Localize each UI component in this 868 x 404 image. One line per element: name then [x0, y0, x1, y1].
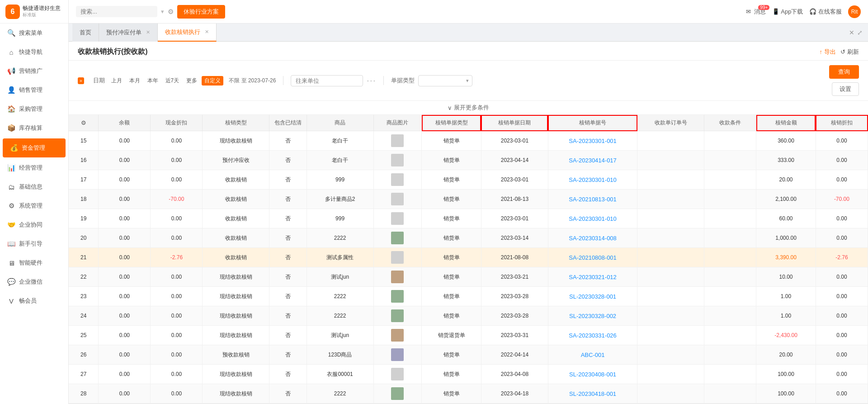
link-hxdbzh[interactable]: SA-20210808-001: [569, 254, 617, 261]
th-xjzk: 现金折扣: [151, 115, 203, 131]
cell-hxdbzrq: 2023-03-14: [481, 228, 548, 248]
sidebar-item-search[interactable]: 🔍搜索菜单: [0, 24, 68, 43]
cell-hxdbzh[interactable]: SA-20230321-012: [548, 267, 637, 287]
sidebar-item-wechat[interactable]: 💬企业微信: [0, 272, 68, 291]
cell-sp: 测试jun: [307, 267, 373, 287]
date-opt-7days[interactable]: 近7天: [163, 76, 182, 86]
topbar-settings-icon[interactable]: ⚙: [168, 8, 174, 16]
counterparty-filter: ···: [291, 75, 376, 86]
cell-sptp: [373, 306, 422, 326]
cell-hxdbzh[interactable]: SL-20230418-001: [548, 384, 637, 404]
cell-hxzk: 0.00: [816, 384, 868, 404]
cell-hxlx: 收款核销: [203, 209, 269, 228]
filter-settings-btn[interactable]: 设置: [832, 82, 859, 96]
date-opt-lastmonth[interactable]: 上月: [108, 76, 125, 86]
link-hxdbzh[interactable]: SA-20210813-001: [569, 196, 617, 203]
link-hxdbzh[interactable]: SL-20230408-001: [569, 371, 616, 378]
sidebar-item-marketing[interactable]: 📢营销推广: [0, 62, 68, 81]
sidebar-item-inventory[interactable]: 📦库存核算: [0, 119, 68, 138]
cell-hxdbzh[interactable]: SL-20230328-002: [548, 306, 637, 326]
cell-yue: 0.00: [99, 228, 151, 248]
filter-divider-1: [283, 76, 283, 85]
sidebar-item-hardware[interactable]: 🖥智能硬件: [0, 253, 68, 272]
cell-sptp: [373, 267, 422, 287]
topbar-search[interactable]: [76, 6, 157, 17]
cell-hxdbzh[interactable]: SA-20210813-001: [548, 190, 637, 209]
link-hxdbzh[interactable]: SA-20230301-001: [569, 138, 617, 144]
th-settings[interactable]: ⚙: [69, 115, 99, 131]
cell-hxdbzh[interactable]: SA-20230314-008: [548, 228, 637, 248]
app-download-btn[interactable]: 📱 App下载: [772, 8, 803, 16]
filter-expand-btn[interactable]: ∨ 展开更多条件: [69, 101, 868, 115]
date-opt-custom[interactable]: 自定义: [202, 76, 223, 86]
link-hxdbzh[interactable]: SL-20230328-001: [569, 293, 616, 300]
link-hxdbzh[interactable]: SA-20230314-008: [569, 235, 617, 242]
tab-prepay[interactable]: 预付冲应付单 ✕: [99, 24, 158, 42]
cell-xjzk: -70.00: [151, 190, 203, 209]
export-btn[interactable]: ↑ 导出: [820, 48, 836, 56]
link-hxdbzh[interactable]: SA-20230414-017: [569, 157, 617, 164]
sidebar-label-wechat: 企业微信: [19, 278, 42, 286]
link-hxdbzh[interactable]: SA-20230321-012: [569, 274, 617, 280]
cell-hxdbzh[interactable]: SL-20230408-001: [548, 365, 637, 384]
counterparty-input[interactable]: [291, 75, 363, 86]
date-opt-more[interactable]: 更多: [184, 76, 200, 86]
cell-hxdbzh[interactable]: SA-20230414-017: [548, 151, 637, 170]
link-hxdbzh[interactable]: SA-20230331-026: [569, 332, 617, 339]
date-opt-thisyear[interactable]: 本年: [145, 76, 161, 86]
cell-hxdbzlx: 销货单: [422, 190, 481, 209]
cell-yue: 0.00: [99, 248, 151, 267]
service-btn[interactable]: 🎧 在线客服: [809, 8, 842, 16]
link-hxdbzh[interactable]: SL-20230328-002: [569, 313, 616, 319]
link-hxdbzh[interactable]: SA-20230301-010: [569, 176, 617, 183]
sidebar-item-funds[interactable]: 💰资金管理: [3, 138, 66, 157]
industry-btn[interactable]: 休验行业方案: [177, 5, 225, 19]
tab-prepay-close[interactable]: ✕: [146, 29, 150, 35]
sidebar-item-quicknav[interactable]: ⌂快捷导航: [0, 43, 68, 62]
cell-xjzk: 0.00: [151, 365, 203, 384]
tab-close-all-icon[interactable]: ✕: [849, 29, 854, 36]
sidebar-item-system[interactable]: ⚙系统管理: [0, 196, 68, 215]
cell-seq: 15: [69, 131, 99, 151]
tab-expand-icon[interactable]: ⤢: [857, 29, 863, 36]
cell-seq: 26: [69, 345, 99, 365]
sidebar-item-basic[interactable]: 🗂基础信息: [0, 177, 68, 196]
cell-hxlx: 现结收款核销: [203, 384, 269, 404]
link-hxdbzh[interactable]: ABC-001: [581, 352, 605, 358]
date-filter: 日期 上月 本月 本年 近7天 更多 自定义 不限 至 2023-07-26: [93, 76, 276, 86]
tab-receipts-close[interactable]: ✕: [205, 29, 209, 35]
tab-receipts[interactable]: 收款核销执行 ✕: [158, 24, 217, 42]
cell-byjq: 否: [269, 131, 307, 151]
page-title: 收款核销执行(按收款): [78, 47, 148, 57]
sidebar-item-guide[interactable]: 📖新手引导: [0, 234, 68, 253]
date-opt-thismonth[interactable]: 本月: [127, 76, 143, 86]
filter-collapse-btn[interactable]: »: [78, 77, 84, 84]
cell-hxdbzh[interactable]: SL-20230328-001: [548, 287, 637, 306]
sidebar-item-operations[interactable]: 📊经营管理: [0, 158, 68, 177]
cell-hxdbzh[interactable]: SA-20230301-001: [548, 131, 637, 151]
sidebar-item-member[interactable]: V畅会员: [0, 291, 68, 310]
cell-hxdbzrq: 2023-04-14: [481, 151, 548, 170]
cell-seq: 18: [69, 190, 99, 209]
user-avatar[interactable]: Rit: [848, 5, 861, 18]
billtype-label: 单据类型: [391, 76, 415, 85]
query-btn[interactable]: 查询: [829, 65, 859, 79]
counterparty-dots[interactable]: ···: [367, 76, 376, 86]
cell-hxdbzh[interactable]: ABC-001: [548, 345, 637, 365]
message-btn[interactable]: ✉ 99+ 消息: [746, 8, 766, 16]
sidebar-item-enterprise[interactable]: 🤝企业协同: [0, 215, 68, 234]
cell-hxdbzh[interactable]: SA-20210808-001: [548, 248, 637, 267]
cell-hxdbzrq: 2023-03-01: [481, 131, 548, 151]
sidebar-icon-funds: 💰: [10, 144, 18, 152]
link-hxdbzh[interactable]: SA-20230301-010: [569, 215, 617, 222]
billtype-select[interactable]: [418, 75, 472, 86]
logo-icon: 6: [5, 5, 20, 19]
cell-hxdbzh[interactable]: SA-20230301-010: [548, 170, 637, 190]
refresh-btn[interactable]: ↺ 刷新: [840, 48, 859, 56]
sidebar-item-purchase[interactable]: 🏠采购管理: [0, 100, 68, 119]
cell-hxdbzh[interactable]: SA-20230331-026: [548, 326, 637, 345]
cell-hxdbzh[interactable]: SA-20230301-010: [548, 209, 637, 228]
sidebar-item-sales[interactable]: 👤销售管理: [0, 81, 68, 100]
link-hxdbzh[interactable]: SL-20230418-001: [569, 390, 616, 397]
tab-home[interactable]: 首页: [72, 24, 99, 42]
